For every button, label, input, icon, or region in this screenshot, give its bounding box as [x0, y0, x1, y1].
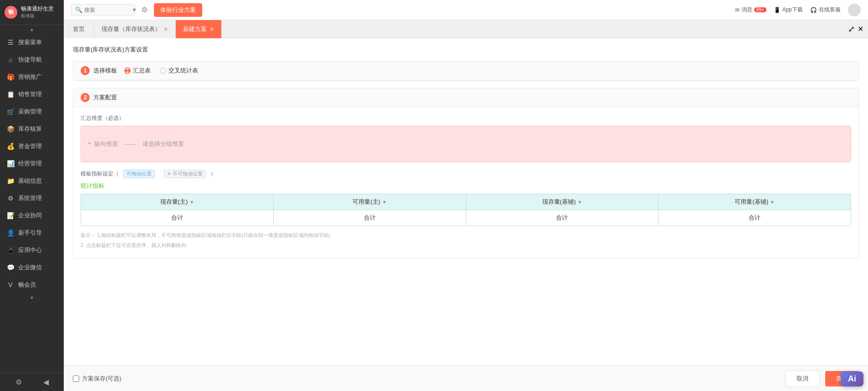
- content-area: 现存量(库存状况表)方案设置 1 选择模板 汇总表 交叉统计表: [64, 38, 868, 365]
- sidebar-item-label: 基础信息: [18, 177, 42, 185]
- sidebar-item-system[interactable]: ⚙ 系统管理: [0, 190, 64, 207]
- footer-save: 方案保存(可选): [73, 375, 122, 383]
- trial-button[interactable]: 体验行业方案: [154, 3, 202, 17]
- col-chevron-2[interactable]: ▼: [577, 200, 582, 205]
- collapse-icon[interactable]: ◀: [43, 378, 49, 386]
- tabbar: 首页 现存量（库存状况表） ✕ 新建方案 ✕ ⤢ ✕: [64, 20, 868, 38]
- settings-icon[interactable]: ⚙: [15, 378, 22, 386]
- save-checkbox[interactable]: [73, 376, 79, 382]
- sidebar-item-operations[interactable]: 📊 经营管理: [0, 155, 64, 172]
- footer: 方案保存(可选) 取消 查询: [64, 365, 868, 391]
- search-dropdown-btn[interactable]: ▼: [132, 7, 137, 13]
- sidebar-item-label: 库存核算: [18, 125, 42, 133]
- sidebar-item-basic[interactable]: 📁 基础信息: [0, 172, 64, 190]
- page-title: 现存量(库存状况表)方案设置: [73, 46, 859, 54]
- sidebar-item-newuser[interactable]: 👤 新手引导: [0, 224, 64, 242]
- wechat-icon: 💬: [6, 263, 15, 272]
- sidebar-item-inventory[interactable]: 📦 库存核算: [0, 120, 64, 138]
- sidebar-item-search[interactable]: ☰ 搜索菜单: [0, 34, 64, 51]
- search-input[interactable]: [84, 7, 130, 13]
- metrics-table-header: 现存量(主) ▼ 可用量(主) ▼ 现存量(基辅) ▼ 可用量(基辅): [81, 194, 851, 210]
- member-icon: V: [6, 281, 15, 289]
- sidebar-item-label: 搜索菜单: [18, 38, 42, 46]
- col-chevron-0[interactable]: ▼: [189, 200, 194, 205]
- radio-cross[interactable]: 交叉统计表: [160, 67, 198, 75]
- search-menu-icon: ☰: [6, 38, 15, 46]
- col-current-main[interactable]: 现存量(主) ▼: [81, 194, 274, 210]
- topbar-right: ✉ 消息 99+ 📱 App下载 🎧 在线客服: [735, 4, 861, 16]
- dim-box[interactable]: * 纵向维度 —— 请选择分组维度: [81, 126, 851, 162]
- dim-label: 汇总维度（必选）: [81, 114, 851, 122]
- expand-icon[interactable]: ⤢: [848, 24, 855, 34]
- sidebar-logo: 畅 畅康通好生意 标准版: [0, 0, 64, 25]
- user-avatar[interactable]: [848, 4, 861, 16]
- sidebar: 畅 畅康通好生意 标准版 ▲ ☰ 搜索菜单 ⌂ 快捷导航 🎁 营销推广 📋 销售…: [0, 0, 64, 391]
- sidebar-item-finance[interactable]: 💰 资金管理: [0, 138, 64, 155]
- sales-icon: 📋: [6, 90, 15, 98]
- cell-0: 合计: [81, 210, 274, 226]
- col-chevron-3[interactable]: ▼: [770, 200, 775, 205]
- inventory-icon: 📦: [6, 125, 15, 133]
- tab-close-inventory[interactable]: ✕: [163, 26, 168, 32]
- sidebar-item-apps[interactable]: 📱 应用中心: [0, 242, 64, 259]
- metrics-table-row: 合计 合计 合计 合计: [81, 210, 851, 226]
- sidebar-item-label: 经营管理: [18, 159, 42, 168]
- sidebar-item-label: 企业微信: [18, 263, 42, 272]
- section-config: 2 方案配置 汇总维度（必选） * 纵向维度 —— 请选择分组维度: [73, 88, 859, 259]
- hint-1: 提示： 1.拖动标题栏可以调整布局，不可跨维度或指标区域拖动栏目字段(只能在同一…: [81, 232, 851, 240]
- sidebar-item-label: 采购管理: [18, 108, 42, 116]
- sidebar-item-label: 新手引导: [18, 229, 42, 237]
- section-template: 1 选择模板 汇总表 交叉统计表: [73, 61, 859, 81]
- sidebar-item-label: 畅会员: [18, 281, 36, 289]
- logo-text: 畅康通好生意 标准版: [21, 5, 54, 19]
- apps-icon: 📱: [6, 246, 15, 254]
- tab-home[interactable]: 首页: [64, 20, 94, 38]
- col-available-aux[interactable]: 可用量(基辅) ▼: [659, 194, 851, 210]
- radio-summary-circle: [124, 67, 131, 74]
- col-chevron-1[interactable]: ▼: [382, 200, 387, 205]
- radio-summary[interactable]: 汇总表: [124, 67, 151, 75]
- section-config-header: 2 方案配置: [73, 88, 858, 107]
- sidebar-item-label: 应用中心: [18, 246, 42, 254]
- sidebar-item-label: 企业协同: [18, 211, 42, 220]
- sidebar-item-purchase[interactable]: 🛒 采购管理: [0, 103, 64, 120]
- section-template-header: 1 选择模板 汇总表 交叉统计表: [73, 62, 858, 80]
- message-icon: ✉: [735, 7, 740, 13]
- hint-2: 2. 点击标题栏下拉可设置排序、插入列和删除列: [81, 242, 851, 250]
- search-box[interactable]: 🔍 ▼: [71, 4, 135, 15]
- logo-icon: 畅: [5, 6, 17, 19]
- sidebar-scroll-up[interactable]: ▲: [0, 25, 64, 34]
- section-config-body: 汇总维度（必选） * 纵向维度 —— 请选择分组维度 模板指标设定（ 可拖动位置: [73, 107, 858, 258]
- main-area: 🔍 ▼ ⚙ 体验行业方案 ✉ 消息 99+ 📱 App下载 🎧 在线客服: [64, 0, 868, 391]
- headset-icon: 🎧: [810, 7, 817, 13]
- purchase-icon: 🛒: [6, 108, 15, 116]
- newuser-icon: 👤: [6, 229, 15, 237]
- sidebar-item-contract[interactable]: 📝 企业协同: [0, 207, 64, 224]
- sidebar-item-sales[interactable]: 📋 销售管理: [0, 86, 64, 103]
- draggable-badge: 可拖动位置: [123, 170, 155, 178]
- sidebar-scroll-down[interactable]: ▼: [0, 293, 64, 302]
- message-btn[interactable]: ✉ 消息 99+: [735, 6, 766, 14]
- ai-button[interactable]: Ai: [841, 371, 863, 386]
- col-current-aux[interactable]: 现存量(基辅) ▼: [466, 194, 659, 210]
- tab-inventory[interactable]: 现存量（库存状况表） ✕: [94, 20, 176, 38]
- cancel-button[interactable]: 取消: [785, 370, 820, 387]
- finance-icon: 💰: [6, 142, 15, 150]
- close-icon[interactable]: ✕: [858, 25, 863, 33]
- gear-icon[interactable]: ⚙: [141, 5, 148, 14]
- sidebar-item-marketing[interactable]: 🎁 营销推广: [0, 68, 64, 86]
- col-available-main[interactable]: 可用量(主) ▼: [274, 194, 466, 210]
- sidebar-item-quicknav[interactable]: ⌂ 快捷导航: [0, 51, 64, 68]
- sidebar-item-member[interactable]: V 畅会员: [0, 276, 64, 293]
- sidebar-item-wechat[interactable]: 💬 企业微信: [0, 259, 64, 276]
- tab-expand: ⤢ ✕: [843, 24, 868, 34]
- sidebar-item-label: 资金管理: [18, 142, 42, 150]
- dim-placeholder: * 纵向维度 —— 请选择分组维度: [88, 140, 184, 148]
- dim-arrow: ——: [124, 141, 136, 148]
- tab-close-new-plan[interactable]: ✕: [209, 26, 214, 32]
- search-icon: 🔍: [75, 6, 82, 13]
- tab-new-plan[interactable]: 新建方案 ✕: [176, 20, 221, 38]
- sidebar-footer: ⚙ ◀: [0, 373, 64, 391]
- online-support-btn[interactable]: 🎧 在线客服: [810, 6, 841, 14]
- app-download-btn[interactable]: 📱 App下载: [774, 6, 803, 14]
